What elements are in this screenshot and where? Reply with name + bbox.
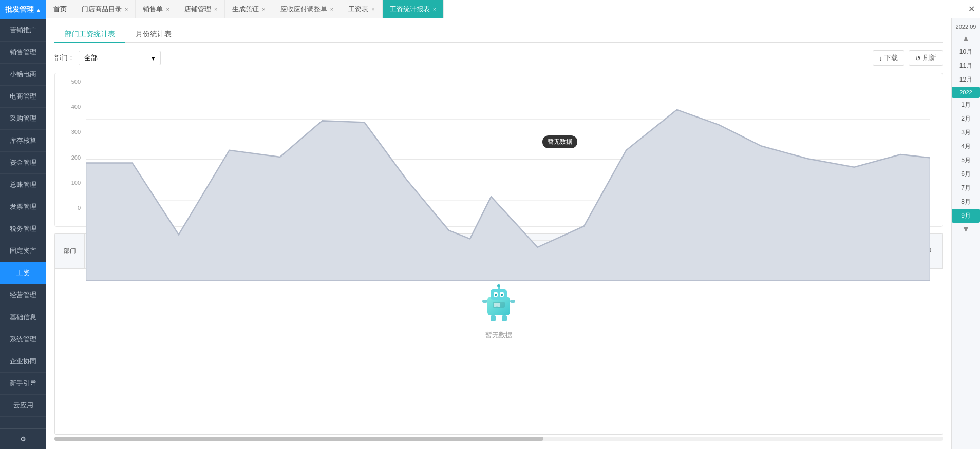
svg-rect-16 bbox=[510, 300, 515, 303]
cal-month-8[interactable]: 8月 bbox=[952, 195, 980, 209]
toolbar: 部门： 全部 ▾ ↓ 下载 ↺ 刷新 bbox=[54, 50, 943, 66]
cal-month-6[interactable]: 6月 bbox=[952, 167, 980, 181]
toolbar-actions: ↓ 下载 ↺ 刷新 bbox=[873, 50, 944, 66]
dept-label: 部门： bbox=[54, 53, 74, 63]
sidebar-header[interactable]: 批发管理 ▲ bbox=[0, 0, 46, 19]
tab-close-4[interactable]: × bbox=[262, 6, 265, 12]
svg-rect-13 bbox=[494, 303, 497, 307]
sub-tab-dept[interactable]: 部门工资统计表 bbox=[54, 27, 125, 43]
tab-close-2[interactable]: × bbox=[166, 6, 169, 12]
sidebar-item-6[interactable]: 资金管理 bbox=[0, 152, 46, 174]
tab-label-0: 首页 bbox=[53, 5, 67, 14]
content-area: 部门工资统计表 月份统计表 部门： 全部 ▾ ↓ 下载 ↺ 刷新 bbox=[46, 18, 980, 449]
tab-label-7: 工资统计报表 bbox=[390, 5, 430, 14]
empty-state-icon bbox=[478, 284, 519, 325]
cal-year-2022[interactable]: 2022 bbox=[952, 87, 980, 98]
tab-item-4[interactable]: 生成凭证× bbox=[225, 0, 273, 18]
sidebar-item-8[interactable]: 发票管理 bbox=[0, 196, 46, 218]
right-sidebar: 2022.09 ▲ 10月 11月 12月 2022 1月 2月 3月 4月 5… bbox=[951, 18, 980, 449]
y-label-200: 200 bbox=[71, 154, 81, 161]
download-icon: ↓ bbox=[879, 54, 883, 62]
tab-close-6[interactable]: × bbox=[371, 6, 374, 12]
sidebar-item-7[interactable]: 总账管理 bbox=[0, 174, 46, 196]
sidebar-item-5[interactable]: 库存核算 bbox=[0, 130, 46, 152]
cal-month-10[interactable]: 10月 bbox=[952, 45, 980, 59]
tab-close-3[interactable]: × bbox=[214, 6, 217, 12]
sidebar-item-2[interactable]: 小畅电商 bbox=[0, 64, 46, 86]
sidebar-item-9[interactable]: 税务管理 bbox=[0, 218, 46, 240]
cal-nav-down[interactable]: ▼ bbox=[960, 223, 972, 236]
svg-rect-17 bbox=[491, 315, 496, 321]
refresh-icon: ↺ bbox=[915, 54, 921, 62]
y-label-300: 300 bbox=[71, 129, 81, 135]
tab-item-7[interactable]: 工资统计报表× bbox=[383, 0, 444, 18]
sidebar-collapse-icon: ▲ bbox=[36, 7, 41, 13]
scrollbar-thumb bbox=[54, 437, 543, 441]
refresh-button[interactable]: ↺ 刷新 bbox=[909, 50, 943, 66]
cal-month-2[interactable]: 2月 bbox=[952, 112, 980, 126]
cal-month-9-active[interactable]: 9月 bbox=[952, 209, 980, 223]
download-button[interactable]: ↓ 下载 bbox=[873, 50, 905, 66]
sidebar-settings[interactable]: ⚙ bbox=[0, 428, 46, 449]
sidebar-title: 批发管理 bbox=[5, 5, 34, 14]
sidebar-item-17[interactable]: 云应用 bbox=[0, 395, 46, 417]
cal-month-4[interactable]: 4月 bbox=[952, 140, 980, 153]
chart-tooltip: 暂无数据 bbox=[542, 135, 577, 148]
gear-icon: ⚙ bbox=[20, 435, 26, 443]
scrollbar-track[interactable] bbox=[54, 437, 943, 441]
tab-close-7[interactable]: × bbox=[433, 6, 436, 12]
sidebar-item-12[interactable]: 经营管理 bbox=[0, 284, 46, 306]
tab-close-1[interactable]: × bbox=[125, 6, 128, 12]
svg-rect-10 bbox=[495, 294, 497, 296]
tab-label-5: 应收应付调整单 bbox=[280, 5, 327, 14]
cal-nav-up[interactable]: ▲ bbox=[960, 32, 972, 45]
tab-item-2[interactable]: 销售单× bbox=[136, 0, 177, 18]
cal-year-label: 2022.09 bbox=[952, 22, 980, 32]
sidebar-item-16[interactable]: 新手引导 bbox=[0, 373, 46, 395]
main-area: 首页门店商品目录×销售单×店铺管理×生成凭证×应收应付调整单×工资表×工资统计报… bbox=[46, 0, 980, 449]
tab-item-6[interactable]: 工资表× bbox=[341, 0, 382, 18]
sidebar-item-4[interactable]: 采购管理 bbox=[0, 108, 46, 130]
svg-rect-11 bbox=[501, 294, 503, 296]
sub-tabs: 部门工资统计表 月份统计表 bbox=[54, 27, 943, 43]
sidebar-item-10[interactable]: 固定资产 bbox=[0, 240, 46, 262]
dept-select[interactable]: 全部 ▾ bbox=[79, 51, 161, 65]
cal-month-11[interactable]: 11月 bbox=[952, 59, 980, 73]
svg-rect-15 bbox=[482, 300, 487, 303]
tab-close-5[interactable]: × bbox=[330, 6, 333, 12]
close-all-tabs-icon[interactable]: ✕ bbox=[968, 4, 975, 14]
sidebar-item-0[interactable]: 营销推广 bbox=[0, 19, 46, 42]
refresh-label: 刷新 bbox=[923, 53, 936, 63]
svg-rect-18 bbox=[502, 315, 507, 321]
cal-month-1[interactable]: 1月 bbox=[952, 98, 980, 112]
svg-point-20 bbox=[497, 284, 500, 287]
sidebar-item-14[interactable]: 系统管理 bbox=[0, 328, 46, 350]
cal-month-5[interactable]: 5月 bbox=[952, 153, 980, 167]
cal-month-3[interactable]: 3月 bbox=[952, 126, 980, 140]
cal-month-12[interactable]: 12月 bbox=[952, 73, 980, 87]
th-dept: 部门 bbox=[55, 234, 85, 269]
sidebar-item-11[interactable]: 工资 bbox=[0, 262, 46, 284]
tab-bar-end: ✕ bbox=[963, 0, 980, 18]
tab-label-6: 工资表 bbox=[348, 5, 368, 14]
main-content: 部门工资统计表 月份统计表 部门： 全部 ▾ ↓ 下载 ↺ 刷新 bbox=[46, 18, 951, 449]
sidebar: 批发管理 ▲ 营销推广销售管理小畅电商电商管理采购管理库存核算资金管理总账管理发… bbox=[0, 0, 46, 449]
sidebar-item-1[interactable]: 销售管理 bbox=[0, 42, 46, 64]
chart-svg: 500 400 300 200 100 0 bbox=[63, 79, 934, 221]
svg-rect-7 bbox=[491, 289, 507, 300]
tab-item-1[interactable]: 门店商品目录× bbox=[74, 0, 136, 18]
tab-item-5[interactable]: 应收应付调整单× bbox=[273, 0, 341, 18]
y-label-500: 500 bbox=[71, 79, 81, 85]
cal-month-7[interactable]: 7月 bbox=[952, 181, 980, 195]
chevron-down-icon: ▾ bbox=[152, 54, 155, 62]
sidebar-item-3[interactable]: 电商管理 bbox=[0, 86, 46, 108]
dept-select-value: 全部 bbox=[84, 53, 98, 63]
y-label-100: 100 bbox=[71, 180, 81, 186]
sidebar-item-15[interactable]: 企业协同 bbox=[0, 350, 46, 373]
sub-tab-month[interactable]: 月份统计表 bbox=[125, 27, 182, 43]
tab-item-0[interactable]: 首页 bbox=[46, 0, 74, 18]
empty-state-text: 暂无数据 bbox=[485, 330, 512, 340]
tab-item-3[interactable]: 店铺管理× bbox=[177, 0, 225, 18]
y-label-0: 0 bbox=[78, 205, 81, 211]
sidebar-item-13[interactable]: 基础信息 bbox=[0, 306, 46, 328]
